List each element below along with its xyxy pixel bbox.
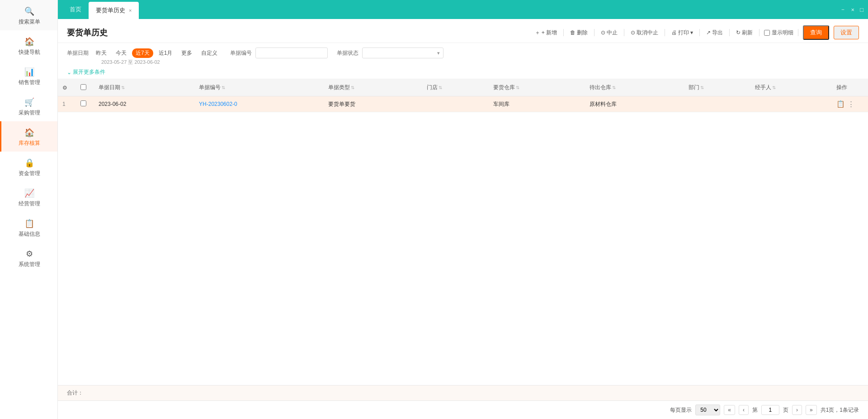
sep6 xyxy=(729,29,730,36)
col-settings: ⚙ xyxy=(58,79,76,96)
row-more-icon[interactable]: ⋮ xyxy=(848,100,854,108)
sidebar-item-system[interactable]: ⚙ 系统管理 xyxy=(0,243,57,273)
tab-home[interactable]: 首页 xyxy=(62,0,89,19)
sidebar-item-inventory[interactable]: 🏠 库存核算 xyxy=(0,121,57,152)
pagination: 每页显示 50 100 « ‹ 第 页 › » 共1页，1条记录 xyxy=(58,400,868,419)
table-settings-icon[interactable]: ⚙ xyxy=(62,85,67,91)
show-detail-checkbox[interactable] xyxy=(764,30,770,36)
date-tab-yesterday[interactable]: 昨天 xyxy=(92,48,110,58)
select-all-checkbox[interactable] xyxy=(80,84,86,90)
table-body: 1 2023-06-02 YH-20230602-0 要货单要货 车间库 原材料… xyxy=(58,96,868,112)
delete-button[interactable]: 🗑 删除 xyxy=(568,29,590,37)
sidebar-item-search[interactable]: 🔍 搜索菜单 xyxy=(0,0,57,30)
sidebar: 🔍 搜索菜单 🏠 快捷导航 📊 销售管理 🛒 采购管理 🏠 库存核算 🔒 资金管… xyxy=(0,0,58,419)
last-page-btn[interactable]: » xyxy=(806,405,817,415)
new-label: + 新增 xyxy=(542,29,557,37)
expand-more-icon: ⌄ xyxy=(67,69,71,76)
sidebar-item-purchase[interactable]: 🛒 采购管理 xyxy=(0,91,57,121)
col-store: 门店⇅ xyxy=(422,79,489,96)
stop-label: 中止 xyxy=(607,29,618,37)
sidebar-item-baseinfo[interactable]: 📋 基础信息 xyxy=(0,212,57,243)
topbar: 首页 要货单历史 × － × □ xyxy=(58,0,868,19)
sidebar-item-label: 资金管理 xyxy=(19,170,40,177)
order-no-input[interactable] xyxy=(255,48,328,58)
main-area: 首页 要货单历史 × － × □ 要货单历史 ＋ + 新增 🗑 删除 xyxy=(58,0,868,419)
date-tab-today[interactable]: 今天 xyxy=(112,48,130,58)
col-type: 单据类型⇅ xyxy=(324,79,422,96)
date-tab-1month[interactable]: 近1月 xyxy=(155,48,176,58)
show-detail-checkbox-wrapper[interactable]: 显示明细 xyxy=(764,29,793,37)
first-page-btn[interactable]: « xyxy=(724,405,735,415)
refresh-button[interactable]: ↻ 刷新 xyxy=(734,29,755,37)
per-page-select[interactable]: 50 100 xyxy=(695,405,720,415)
tab-yaohuodan[interactable]: 要货单历史 × xyxy=(89,2,139,19)
cancel-stop-button[interactable]: ⊙ 取消中止 xyxy=(629,29,660,37)
row-order-no-link[interactable]: YH-20230602-0 xyxy=(199,101,237,107)
sidebar-item-label: 基础信息 xyxy=(19,230,40,238)
baseinfo-icon: 📋 xyxy=(24,219,34,229)
footer-summary: 合计： xyxy=(58,385,868,400)
col-type-label: 单据类型 xyxy=(328,84,350,90)
sidebar-item-label: 销售管理 xyxy=(19,79,40,86)
table-row[interactable]: 1 2023-06-02 YH-20230602-0 要货单要货 车间库 原材料… xyxy=(58,96,868,112)
row-edit-icon[interactable]: 📋 xyxy=(836,100,845,108)
topbar-minimize-btn[interactable]: － xyxy=(840,5,846,14)
row-date-cell: 2023-06-02 xyxy=(94,96,194,112)
expand-more-btn[interactable]: ⌄ 展开更多条件 xyxy=(67,68,859,76)
row-num: 1 xyxy=(62,101,66,107)
store-sort-icon: ⇅ xyxy=(439,85,442,90)
date-filter-group: 单据日期 昨天 今天 近7天 近1月 更多 自定义 xyxy=(67,48,221,58)
toolbar: ＋ + 新增 🗑 删除 ⊙ 中止 ⊙ 取消中止 xyxy=(533,25,859,40)
date-tab-more[interactable]: 更多 xyxy=(178,48,196,58)
topbar-maximize-btn[interactable]: □ xyxy=(860,6,863,13)
settings-button[interactable]: 设置 xyxy=(834,26,859,39)
print-dropdown-icon: ▾ xyxy=(690,29,693,36)
stop-button[interactable]: ⊙ 中止 xyxy=(599,29,619,37)
topbar-close-btn[interactable]: × xyxy=(851,6,855,13)
sidebar-item-operations[interactable]: 📈 经营管理 xyxy=(0,182,57,212)
col-dept-label: 部门 xyxy=(689,84,699,90)
page-label: 第 xyxy=(752,406,758,414)
table-area: ⚙ 单据日期⇅ 单据编号⇅ 单据类型⇅ 门店⇅ 要货仓库⇅ 待出仓库⇅ 部门⇅ … xyxy=(58,79,868,385)
query-button[interactable]: 查询 xyxy=(803,25,829,40)
finance-icon: 🔒 xyxy=(24,158,34,168)
order-no-label: 单据编号 xyxy=(230,49,252,57)
order-no-filter-group: 单据编号 xyxy=(230,48,328,58)
col-dept: 部门⇅ xyxy=(684,79,750,96)
row-num-cell: 1 xyxy=(58,96,76,112)
export-button[interactable]: ↗ 导出 xyxy=(704,29,725,37)
col-handler: 经手人⇅ xyxy=(750,79,832,96)
sidebar-item-finance[interactable]: 🔒 资金管理 xyxy=(0,152,57,182)
status-select[interactable] xyxy=(362,48,443,58)
row-date: 2023-06-02 xyxy=(99,101,126,107)
dept-sort-icon: ⇅ xyxy=(700,85,704,90)
sidebar-item-label: 快捷导航 xyxy=(19,48,40,56)
total-info: 共1页，1条记录 xyxy=(821,406,859,414)
col-date-label: 单据日期 xyxy=(99,84,120,90)
next-page-btn[interactable]: › xyxy=(792,405,802,415)
row-store-cell xyxy=(422,96,489,112)
table-header-row: ⚙ 单据日期⇅ 单据编号⇅ 单据类型⇅ 门店⇅ 要货仓库⇅ 待出仓库⇅ 部门⇅ … xyxy=(58,79,868,96)
sidebar-item-sales[interactable]: 📊 销售管理 xyxy=(0,61,57,91)
prev-page-btn[interactable]: ‹ xyxy=(739,405,749,415)
sidebar-item-label: 搜索菜单 xyxy=(19,18,40,26)
summary-label: 合计： xyxy=(67,389,83,397)
show-detail-label: 显示明细 xyxy=(772,29,793,37)
sidebar-item-label: 采购管理 xyxy=(19,109,40,117)
new-button[interactable]: ＋ + 新增 xyxy=(533,29,559,37)
home-icon: 🏠 xyxy=(24,37,34,47)
page-unit: 页 xyxy=(783,406,788,414)
row-type: 要货单要货 xyxy=(328,101,355,107)
print-button[interactable]: 🖨 打印 ▾ xyxy=(670,29,695,37)
date-filter-tabs: 昨天 今天 近7天 近1月 更多 自定义 xyxy=(92,48,221,58)
row-checkbox[interactable] xyxy=(80,100,86,106)
row-type-cell: 要货单要货 xyxy=(324,96,422,112)
print-icon: 🖨 xyxy=(671,29,677,36)
delete-icon: 🗑 xyxy=(570,29,576,36)
col-store-label: 门店 xyxy=(427,84,438,90)
date-tab-7days[interactable]: 近7天 xyxy=(132,48,153,58)
tab-close-icon[interactable]: × xyxy=(129,8,132,13)
sidebar-item-quicknav[interactable]: 🏠 快捷导航 xyxy=(0,30,57,61)
page-input[interactable] xyxy=(761,405,779,415)
date-tab-custom[interactable]: 自定义 xyxy=(198,48,221,58)
